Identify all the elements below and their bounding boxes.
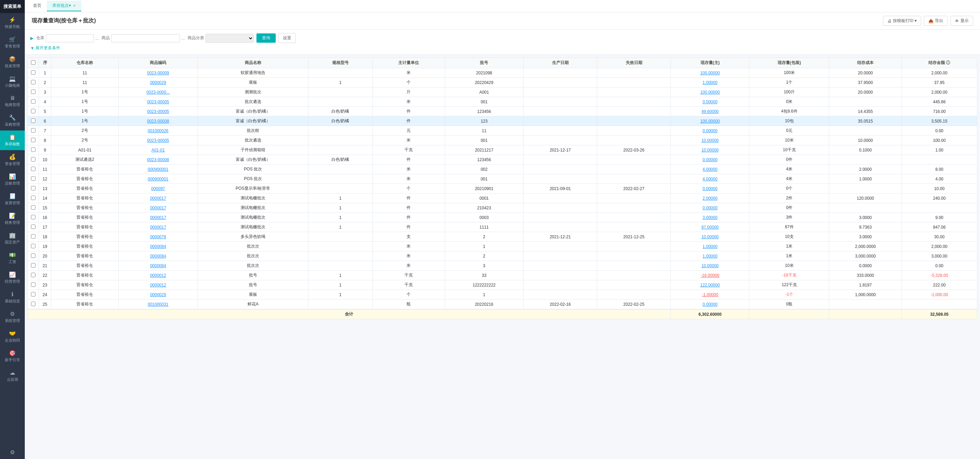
row-qty-pack: 4米 xyxy=(749,174,829,184)
table-row: 21 晋省裕仓 0000084 批次次 米 3 10.00000 10米 0.0… xyxy=(28,261,977,271)
sidebar-item-retail[interactable]: 🛒 零售管理 xyxy=(0,33,25,53)
row-name: 软胶通用地告 xyxy=(197,68,308,78)
tab-home[interactable]: 首页 xyxy=(27,1,47,11)
print-button[interactable]: 🖨 按模板打印 ▾ xyxy=(883,16,921,26)
row-checkbox[interactable] xyxy=(28,164,39,174)
row-checkbox[interactable] xyxy=(28,300,39,309)
sidebar-item-inventory[interactable]: 📋 库存核数 xyxy=(0,131,25,150)
expand-conditions-button[interactable]: ▼ 展开更多条件 xyxy=(30,45,975,51)
row-checkbox[interactable] xyxy=(28,232,39,242)
row-qty-pack: 10千克 xyxy=(749,145,829,155)
row-unit: 支 xyxy=(372,232,445,242)
sidebar-item-finance[interactable]: 💰 资金管理 xyxy=(0,150,25,170)
export-button[interactable]: 📤 导出 xyxy=(924,16,948,26)
row-spec: 1 xyxy=(309,213,372,222)
row-name: 测试电栅批次 xyxy=(197,193,308,203)
row-checkbox[interactable] xyxy=(28,213,39,222)
row-checkbox[interactable] xyxy=(28,203,39,213)
row-checkbox[interactable] xyxy=(28,222,39,232)
row-index: 1 xyxy=(39,68,51,78)
row-code: 000097 xyxy=(118,184,197,193)
warehouse-input[interactable] xyxy=(46,34,94,42)
row-batch: 123456 xyxy=(445,107,523,116)
sidebar-item-purchase[interactable]: 🔧 采购管理 xyxy=(0,111,25,131)
row-prod-date xyxy=(523,193,597,203)
settings-button[interactable]: 设置 xyxy=(278,33,296,43)
row-checkbox[interactable] xyxy=(28,116,39,126)
row-code: 001000031 xyxy=(118,300,197,309)
row-exp-date: 2022-03-26 xyxy=(597,145,671,155)
row-checkbox[interactable] xyxy=(28,78,39,88)
tab-close-button[interactable]: ✕ xyxy=(73,4,76,8)
sidebar-item-general-ledger[interactable]: 📊 总账管理 xyxy=(0,170,25,190)
sidebar-item-tax[interactable]: 📝 税务管理 xyxy=(0,209,25,229)
row-batch: 2 xyxy=(445,251,523,261)
sidebar-item-system[interactable]: ⚙ 系统管理 xyxy=(0,307,25,327)
sidebar-item-ecom-mgmt[interactable]: 🖥 电商管理 xyxy=(0,92,25,111)
row-checkbox[interactable] xyxy=(28,271,39,280)
row-checkbox[interactable] xyxy=(28,290,39,300)
sidebar-item-business[interactable]: 📈 经营管理 xyxy=(0,268,25,287)
tab-inventory-batch[interactable]: 库存批次▾ ✕ xyxy=(47,1,81,11)
goods-input[interactable] xyxy=(111,34,180,42)
row-exp-date xyxy=(597,280,671,290)
row-exp-date xyxy=(597,88,671,97)
row-qty-pack: 10支 xyxy=(749,232,829,242)
header-actions: 🖨 按模板打印 ▾ 📤 导出 👁 显示 xyxy=(883,16,973,26)
row-qty-main: 10.00000 xyxy=(671,145,749,155)
row-checkbox[interactable] xyxy=(28,174,39,184)
row-code: 0000029 xyxy=(118,290,197,300)
sidebar-item-quick-nav[interactable]: ⚡ 快捷导航 xyxy=(0,13,25,33)
row-warehouse: 11 xyxy=(51,68,119,78)
sidebar-logo[interactable]: 搜索菜单 xyxy=(0,0,25,13)
row-exp-date xyxy=(597,164,671,174)
row-cost: 9.7363 xyxy=(829,222,902,232)
row-batch: 0003 xyxy=(445,213,523,222)
row-index: 6 xyxy=(39,116,51,126)
row-checkbox[interactable] xyxy=(28,107,39,116)
row-amount: 30.00 xyxy=(902,232,977,242)
row-checkbox[interactable] xyxy=(28,97,39,107)
sidebar-item-basic-info[interactable]: ℹ 基础信息 xyxy=(0,287,25,307)
row-index: 24 xyxy=(39,290,51,300)
row-checkbox[interactable] xyxy=(28,155,39,164)
row-checkbox[interactable] xyxy=(28,242,39,251)
sidebar-item-small-ecom[interactable]: 💻 小脑电商 xyxy=(0,72,25,92)
category-select[interactable] xyxy=(205,34,254,43)
sidebar-item-guide[interactable]: 🎯 新手引导 xyxy=(0,346,25,366)
warehouse-arrow[interactable]: ... xyxy=(95,36,99,41)
row-checkbox[interactable] xyxy=(28,251,39,261)
row-index: 25 xyxy=(39,300,51,309)
row-checkbox[interactable] xyxy=(28,126,39,135)
select-all-checkbox[interactable] xyxy=(31,60,35,65)
row-checkbox[interactable] xyxy=(28,184,39,193)
row-index: 5 xyxy=(39,107,51,116)
row-index: 13 xyxy=(39,184,51,193)
row-exp-date xyxy=(597,242,671,251)
row-index: 3 xyxy=(39,88,51,97)
row-qty-main: -16.00000 xyxy=(671,271,749,280)
row-checkbox[interactable] xyxy=(28,261,39,271)
table-row: 13 晋省裕仓 000097 POS显示率/标异常 个 20210901 202… xyxy=(28,184,977,193)
sidebar-item-fixed-assets[interactable]: 🏢 固定资产 xyxy=(0,229,25,248)
row-warehouse: 晋省裕仓 xyxy=(51,271,119,280)
sidebar-item-wholesale[interactable]: 📦 批发管理 xyxy=(0,53,25,72)
sidebar-item-payroll[interactable]: 💵 工资 xyxy=(0,248,25,268)
sidebar-item-enterprise[interactable]: 🤝 企业协同 xyxy=(0,327,25,346)
row-checkbox[interactable] xyxy=(28,193,39,203)
sidebar-item-invoice[interactable]: 🧾 发票管理 xyxy=(0,190,25,209)
row-checkbox[interactable] xyxy=(28,68,39,78)
sidebar-settings-button[interactable]: ⚙ xyxy=(0,446,25,459)
row-checkbox[interactable] xyxy=(28,145,39,155)
goods-arrow[interactable]: ... xyxy=(181,36,185,41)
display-button[interactable]: 👁 显示 xyxy=(950,16,973,26)
guide-icon: 🎯 xyxy=(9,350,16,356)
sidebar-item-cloud[interactable]: ☁ 云应用 xyxy=(0,366,25,386)
search-button[interactable]: 查询 xyxy=(256,33,276,43)
row-checkbox[interactable] xyxy=(28,135,39,145)
row-checkbox[interactable] xyxy=(28,88,39,97)
row-prod-date xyxy=(523,271,597,280)
filter-expand-arrow[interactable]: ▶ xyxy=(30,36,33,41)
row-qty-pack: 4包9.6件 xyxy=(749,107,829,116)
row-checkbox[interactable] xyxy=(28,280,39,290)
